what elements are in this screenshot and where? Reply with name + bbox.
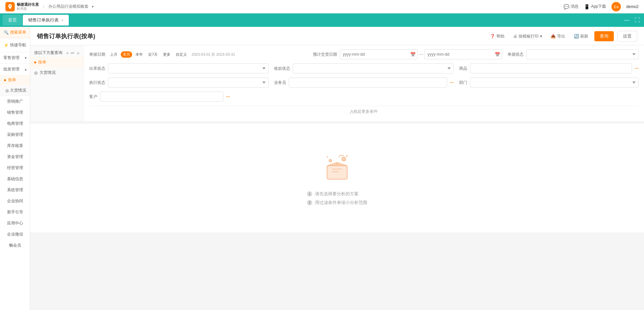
expected-date-label: 预计交货日期 [313,52,337,57]
search-icon: 🔍 [4,30,9,35]
sidebar-item-sales[interactable]: 销售管理 [0,107,30,118]
export-button[interactable]: 📤 导出 [548,32,568,41]
sidebar-item-corpwechat[interactable]: 企业微信 [0,229,30,240]
sidebar-item-inventory[interactable]: 库存核算 [0,140,30,151]
sidebar-search-label: 搜索菜单 [10,30,26,35]
sidebar-search[interactable]: 🔍 搜索菜单 [0,27,30,38]
filter-add-icon[interactable]: + [66,50,69,56]
search-button[interactable]: 查询 [594,31,614,41]
filter-sidebar-byorder-label: 按单 [38,59,46,65]
date-range-separator: — [419,52,423,57]
sidebar: 🔍 搜索菜单 ⚡ 快捷导航 零售管理 ▾ 批发管理 ▴ [0,27,30,310]
avatar[interactable]: Ea [611,2,621,11]
sidebar-item-appcenter[interactable]: 应用中心 [0,218,30,229]
refresh-label: 刷新 [580,34,588,39]
salesman-input[interactable] [289,78,447,88]
dept-label: 部门 [459,80,467,86]
sidebar-item-quicknav[interactable]: ⚡ 快捷导航 [0,40,30,51]
expected-date-from-input[interactable] [340,49,418,59]
tab-close-icon[interactable]: × [61,18,63,22]
app-download-button[interactable]: 📱 App下载 [584,4,606,9]
status-label: 单据状态 [507,52,524,57]
date-shortcut-lastmonth[interactable]: 上月 [108,51,119,58]
filter-sidebar-item-byorder[interactable]: 按单 [30,57,84,67]
sidebar-item-operation[interactable]: 经营管理 [0,162,30,173]
message-button[interactable]: 💬 消息 [564,4,579,9]
quicknav-icon: ⚡ [4,43,9,48]
filter-collapse-button[interactable]: ⋀ 收起更多条件 [89,106,639,117]
customer-more-icon[interactable]: ··· [226,94,230,99]
sidebar-item-marketing[interactable]: 营销推广 [0,96,30,107]
svg-rect-0 [327,166,347,179]
tab-active[interactable]: 销售订单执行表 × [23,15,69,25]
filter-row-2: 出库状态 收款状态 商品 [89,63,639,73]
empty-state-tip-2: 2 用过滤条件来缩小分析范围 [307,200,367,206]
goods-input[interactable] [470,63,632,73]
user-name: demo2 [626,4,639,9]
tip-num-1: 1 [307,191,312,197]
template-print-button[interactable]: 🖨 按模板打印 ▾ [511,32,545,41]
filter-sidebar-item-debt[interactable]: ◎ 欠货情况 [30,67,84,78]
payment-label: 收款状态 [274,66,290,71]
date-shortcut-thisyear[interactable]: 本年 [133,51,145,58]
filter-row-4: 客户 ··· [89,92,639,102]
sidebar-search-inner[interactable]: 🔍 搜索菜单 [2,30,28,35]
date-shortcut-thismonth[interactable]: 本月 [121,51,132,58]
sidebar-nav: ⚡ 快捷导航 [0,38,30,52]
sidebar-item-finance[interactable]: 资金管理 [0,151,30,162]
expected-date-range: 📅 — 📅 [340,49,502,59]
window-maximize-button[interactable]: ⛶ [633,16,641,24]
export-icon: 📤 [551,34,556,39]
customer-input[interactable] [100,92,223,102]
goods-more-icon[interactable]: ··· [635,66,639,71]
filter-edit-icon[interactable]: ✏ [71,50,75,56]
sidebar-item-wholesale[interactable]: 批发管理 ▴ [0,64,30,75]
sidebar-item-member[interactable]: 畅会员 [0,240,30,251]
help-icon: ❓ [490,34,495,39]
collapse-label: 收起更多条件 [354,109,378,114]
sidebar-section-retail: 零售管理 ▾ [0,52,30,64]
sidebar-item-ecommerce[interactable]: 电商管理 [0,118,30,129]
sidebar-item-newbie[interactable]: 新手引导 [0,207,30,218]
filter-group-dept: 部门 [459,78,639,88]
breadcrumb-dropdown-icon[interactable]: ▾ [92,5,94,8]
refresh-button[interactable]: 🔄 刷新 [571,32,591,41]
salesman-more-icon[interactable]: ··· [450,80,454,85]
expected-date-to-input[interactable] [424,49,502,59]
date-shortcut-more[interactable]: 更多 [161,51,172,58]
debt-icon: ◎ [5,88,9,93]
tip-num-2: 2 [307,200,312,205]
dept-select[interactable] [470,78,639,88]
main-layout: 🔍 搜索菜单 ⚡ 快捷导航 零售管理 ▾ 批发管理 ▴ [0,27,644,310]
filter-layout: 按以下方案查询 + ✏ « 按单 ◎ 欠货情况 [30,45,644,121]
sidebar-section-wholesale: 批发管理 ▴ 按单 ◎ 欠货情况 [0,64,30,96]
sidebar-item-retail[interactable]: 零售管理 ▾ [0,52,30,63]
payment-select[interactable] [293,63,453,73]
tab-home[interactable]: 首页 [3,15,22,25]
sidebar-item-basic[interactable]: 基础信息 [0,173,30,185]
outbound-select[interactable] [108,63,269,73]
order-dot-icon [4,79,6,81]
date-shortcuts: 上月 本月 本年 近7天 更多 自定义 [108,51,189,58]
sidebar-subitem-debt[interactable]: ◎ 欠货情况 [0,85,30,96]
status-select[interactable] [526,49,639,59]
sidebar-subitem-order[interactable]: 按单 [0,75,30,85]
tab-active-label: 销售订单执行表 [28,17,59,23]
message-icon: 💬 [564,4,569,9]
exec-select[interactable] [108,78,269,88]
app-download-icon: 📱 [584,4,590,9]
filter-collapse-sidebar-icon[interactable]: « [77,50,79,56]
sidebar-item-purchase[interactable]: 采购管理 [0,129,30,140]
logo-icon [5,2,15,11]
empty-state-icon: ✦ ✦ [320,151,354,184]
settings-button[interactable]: 设置 [617,31,637,42]
date-shortcut-7days[interactable]: 近7天 [146,51,160,58]
window-minimize-button[interactable]: — [623,16,631,24]
date-shortcut-custom[interactable]: 自定义 [174,51,189,58]
sidebar-item-corp[interactable]: 企业协同 [0,196,30,207]
wholesale-sub-items: 按单 ◎ 欠货情况 [0,75,30,96]
date-range-text: 2023-03-01 至 2023-03-31 [192,52,235,57]
help-button[interactable]: ❓ 帮助 [487,32,507,41]
template-print-label: 按模板打印 [519,34,539,39]
sidebar-item-system[interactable]: 系统管理 [0,185,30,196]
